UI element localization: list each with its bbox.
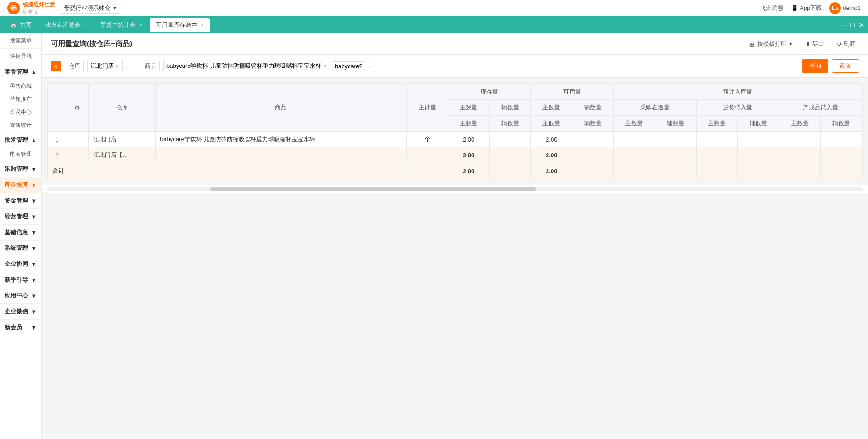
product-tag-1-remove[interactable]: × — [323, 63, 327, 70]
app-download-label: App下载 — [800, 4, 822, 12]
cell-row-1-pt-main — [613, 132, 655, 147]
cell-row-2-current-aux — [489, 147, 531, 163]
tab-home-label: 首页 — [20, 21, 32, 29]
sidebar-wechat-header[interactable]: 企业微信 ▼ — [0, 304, 41, 319]
sidebar-inventory-header[interactable]: 库存核算 ▼ — [0, 177, 41, 193]
minimize-button[interactable]: — — [840, 21, 847, 29]
sidebar-section-collab: 企业协同 ▼ — [0, 256, 41, 272]
phone-icon: 📱 — [791, 5, 798, 11]
sidebar-apps-header[interactable]: 应用中心 ▼ — [0, 288, 41, 303]
sidebar-item-ecommerce[interactable]: 电商管理 — [0, 148, 41, 161]
summary-pp-main — [779, 163, 821, 179]
scrollbar-thumb[interactable] — [210, 187, 537, 191]
warehouse-input[interactable]: 江北门店 × ... — [83, 60, 137, 72]
sidebar-item-retail-stats[interactable]: 零售统计 — [0, 119, 41, 132]
th-inbound-pending: 进货待入量 — [696, 100, 779, 116]
filter-toggle-button[interactable]: » — [51, 61, 61, 71]
logo-text-block: 畅捷通好生意 标准版 — [23, 1, 55, 15]
maximize-button[interactable]: □ — [850, 21, 855, 29]
cell-row-2-pp-main — [779, 147, 821, 163]
sidebar-collab-header[interactable]: 企业协同 ▼ — [0, 256, 41, 272]
summary-pt-main — [613, 163, 655, 179]
sidebar-search-area[interactable]: 搜索菜单 — [0, 33, 41, 49]
cell-row-2-pp-aux — [821, 147, 862, 163]
finance-arrow: ▼ — [31, 198, 37, 204]
cell-row-1-ip-aux — [738, 132, 779, 147]
warehouse-tag-remove[interactable]: × — [116, 63, 119, 70]
print-dropdown-icon: ▼ — [788, 42, 793, 47]
product-label: 商品 — [145, 62, 156, 70]
sidebar-shortcut[interactable]: 快捷导航 — [0, 49, 41, 64]
cell-row-2-ip-aux — [738, 147, 779, 163]
sidebar-basic-header[interactable]: 基础信息 ▼ — [0, 225, 41, 240]
tab-available-stock[interactable]: 可用量库存账本 × — [150, 18, 210, 32]
settings-gear-icon[interactable]: ⚙ — [75, 104, 80, 111]
close-button[interactable]: ✕ — [859, 21, 864, 29]
sidebar-purchase-header[interactable]: 采购管理 ▼ — [0, 161, 41, 177]
cell-row-2-unit — [406, 147, 448, 163]
retail-label: 零售管理 — [5, 68, 28, 76]
sidebar-section-inventory: 库存核算 ▼ — [0, 177, 41, 193]
export-button[interactable]: ⬆ 导出 — [802, 38, 828, 50]
sidebar-item-member[interactable]: 会员中心 — [0, 106, 41, 119]
tab-order-stats[interactable]: 要货单统计表 × — [94, 18, 148, 32]
search-menu-label[interactable]: 搜索菜单 — [3, 37, 38, 45]
industry-selector[interactable]: 母婴行业演示账套 ▼ — [60, 3, 121, 14]
user-area[interactable]: Ea demo2 — [829, 2, 861, 14]
summary-current-main: 2.00 — [448, 163, 490, 179]
print-button[interactable]: 🖨 按模板打印 ▼ — [746, 38, 797, 50]
home-icon: 🏠 — [10, 22, 17, 28]
wholesale-label: 批发管理 — [5, 136, 28, 144]
query-button[interactable]: 查询 — [802, 59, 828, 73]
product-input[interactable]: babycare学饮杯 儿童防摔防撞吸管杯重力球吸嘴杯宝宝水杯 × babyca… — [159, 60, 376, 72]
sidebar-newbie-header[interactable]: 新手引导 ▼ — [0, 272, 41, 288]
message-icon: 💬 — [763, 5, 770, 11]
shortcut-label[interactable]: 快捷导航 — [3, 50, 38, 63]
message-button[interactable]: 💬 消息 — [763, 4, 783, 12]
sidebar-changhui-header[interactable]: 畅会员 ▼ — [0, 320, 41, 335]
sidebar-wholesale-header[interactable]: 批发管理 ▲ — [0, 132, 41, 148]
sidebar-item-marketing[interactable]: 营销推广 — [0, 93, 41, 106]
th-current-main: 主数量 — [448, 100, 490, 116]
th-settings[interactable]: ⚙ — [66, 84, 89, 132]
sidebar-system-header[interactable]: 系统管理 ▼ — [0, 241, 41, 256]
th-pp-main: 主数量 — [779, 116, 821, 132]
warehouse-label: 仓库 — [69, 62, 80, 70]
tab-available-stock-close[interactable]: × — [201, 22, 203, 28]
settings-button[interactable]: 设置 — [832, 59, 859, 73]
th-production-pending: 产成品待入量 — [779, 100, 862, 116]
tab-receipts-close[interactable]: × — [84, 22, 87, 28]
sidebar-section-wholesale: 批发管理 ▲ 电商管理 — [0, 132, 41, 161]
sidebar-retail-header[interactable]: 零售管理 ▲ — [0, 64, 41, 80]
message-label: 消息 — [772, 4, 783, 12]
horizontal-scrollbar[interactable] — [42, 185, 868, 193]
sidebar-item-retail-mall[interactable]: 零售商城 — [0, 80, 41, 93]
sidebar-ops-header[interactable]: 经营管理 ▼ — [0, 209, 41, 224]
sidebar-section-newbie: 新手引导 ▼ — [0, 272, 41, 288]
sidebar-section-wechat: 企业微信 ▼ — [0, 304, 41, 320]
cell-row-2-ip-main — [696, 147, 738, 163]
sidebar-section-system: 系统管理 ▼ — [0, 241, 41, 256]
refresh-button[interactable]: ↺ 刷新 — [833, 38, 859, 50]
scrollbar-track[interactable] — [47, 187, 863, 191]
summary-ip-aux — [738, 163, 779, 179]
wechat-arrow: ▼ — [31, 308, 37, 315]
tab-home[interactable]: 🏠 首页 — [4, 18, 38, 32]
sidebar-finance-header[interactable]: 资金管理 ▼ — [0, 193, 41, 208]
warehouse-ellipsis[interactable]: ... — [124, 63, 129, 70]
app-download-button[interactable]: 📱 App下载 — [791, 4, 822, 12]
sidebar-section-basic: 基础信息 ▼ — [0, 225, 41, 241]
refresh-label: 刷新 — [844, 40, 855, 48]
basic-label: 基础信息 — [5, 228, 28, 236]
summary-avail-aux — [572, 163, 614, 179]
retail-arrow: ▲ — [31, 69, 37, 76]
sidebar-section-changhui: 畅会员 ▼ — [0, 320, 41, 335]
sidebar-section-purchase: 采购管理 ▼ — [0, 161, 41, 177]
table-row: 1 江北门店 babycare学饮杯 儿童防摔防撞吸管杯重力球吸嘴杯宝宝水杯 个… — [48, 132, 862, 147]
product-ellipsis[interactable]: ... — [367, 63, 372, 70]
cell-row-2-avail-aux — [572, 147, 614, 163]
tab-receipts[interactable]: 收发存汇总表 × — [39, 18, 93, 32]
main-container: 搜索菜单 快捷导航 零售管理 ▲ 零售商城 营销推广 会员中心 零售统计 批发管… — [0, 33, 868, 439]
tab-order-stats-close[interactable]: × — [139, 22, 142, 28]
cell-row-2-warehouse: 江北门店【... — [89, 147, 156, 163]
